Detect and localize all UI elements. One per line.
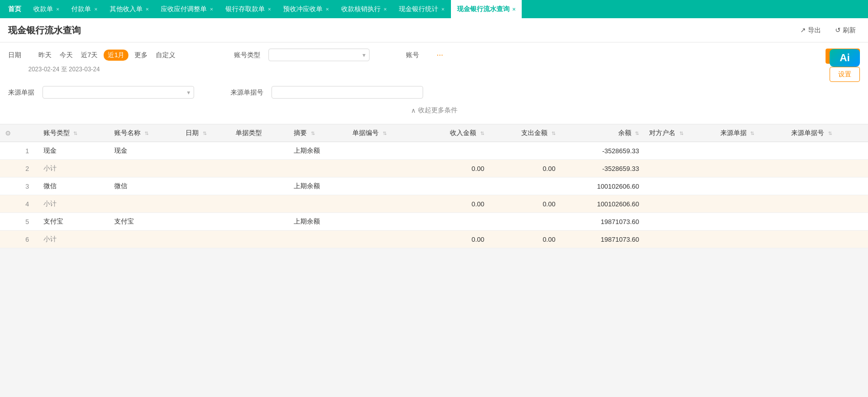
row-account-type: 现金 — [38, 142, 110, 160]
filter-row-1: 日期 昨天 今天 近7天 近1月 更多 自定义 账号类型 账号 — [8, 49, 445, 61]
nav-close-icon[interactable]: × — [513, 6, 516, 12]
sort-icon[interactable]: ⇅ — [383, 130, 387, 136]
row-account-name — [109, 195, 180, 213]
table-row: 4 小计 0.00 0.00 100102606.60 — [0, 195, 868, 213]
sort-icon[interactable]: ⇅ — [552, 130, 556, 136]
account-type-label: 账号类型 — [234, 51, 260, 60]
nav-other-income[interactable]: 其他收入单 × — [104, 0, 155, 18]
row-expense — [489, 178, 561, 195]
nav-cash-bank-stats[interactable]: 现金银行统计 × — [393, 0, 450, 18]
row-income — [418, 213, 489, 231]
refresh-button[interactable]: ↺ 刷新 — [831, 24, 860, 37]
row-account-type: 微信 — [38, 178, 110, 195]
nav-close-icon[interactable]: × — [56, 6, 59, 12]
gear-icon[interactable]: ⚙ — [5, 129, 11, 137]
row-source-doc — [715, 142, 787, 160]
row-doc-no — [347, 195, 419, 213]
nav-label: 现金银行统计 — [399, 5, 438, 14]
nav-close-icon[interactable]: × — [146, 6, 149, 12]
nav-close-icon[interactable]: × — [94, 6, 97, 12]
row-account-type: 小计 — [38, 195, 110, 213]
date-btn-yesterday[interactable]: 昨天 — [36, 50, 54, 61]
date-btn-1month[interactable]: 近1月 — [104, 50, 128, 61]
account-no-dots[interactable]: ··· — [434, 51, 445, 60]
nav-prepay-offset[interactable]: 预收冲应收单 × — [277, 0, 335, 18]
collapse-label: 收起更多条件 — [418, 106, 458, 115]
th-account-name: 账号名称 ⇅ — [109, 124, 180, 142]
nav-close-icon[interactable]: × — [441, 6, 444, 12]
nav-home[interactable]: 首页 — [2, 0, 27, 18]
row-balance: -3528659.33 — [561, 142, 645, 160]
row-source-doc-no — [786, 213, 868, 231]
row-expense: 0.00 — [489, 160, 561, 178]
date-btn-7days[interactable]: 近7天 — [79, 50, 100, 61]
row-income — [418, 142, 489, 160]
sort-icon[interactable]: ⇅ — [635, 130, 639, 136]
sort-icon[interactable]: ⇅ — [145, 130, 149, 136]
row-source-doc — [715, 160, 787, 178]
row-num: 3 — [16, 178, 38, 195]
row-expense — [489, 142, 561, 160]
settings-button[interactable]: 设置 — [830, 67, 860, 82]
th-num — [16, 124, 38, 142]
row-account-type: 小计 — [38, 231, 110, 248]
th-summary: 摘要 ⇅ — [289, 124, 347, 142]
nav-home-label: 首页 — [8, 5, 21, 14]
row-expense — [489, 213, 561, 231]
nav-receipt[interactable]: 收款单 × — [27, 0, 65, 18]
nav-receipt-verify[interactable]: 收款核销执行 × — [335, 0, 393, 18]
date-range-display: 2023-02-24 至 2023-03-24 — [28, 65, 445, 74]
nav-close-icon[interactable]: × — [326, 6, 329, 12]
account-type-select[interactable] — [268, 49, 370, 61]
data-table: ⚙ 账号类型 ⇅ 账号名称 ⇅ 日期 ⇅ 单据类型 — [0, 124, 868, 248]
nav-ar-ap-adjust[interactable]: 应收应付调整单 × — [155, 0, 219, 18]
sort-icon[interactable]: ⇅ — [679, 130, 683, 136]
nav-label: 收款单 — [33, 5, 53, 14]
date-btn-today[interactable]: 今天 — [58, 50, 75, 61]
table-body: 1 现金 现金 上期余额 -3528659.33 2 小计 0.00 0.00 … — [0, 142, 868, 248]
nav-close-icon[interactable]: × — [268, 6, 271, 12]
date-btn-more[interactable]: 更多 — [132, 50, 150, 61]
th-doc-type: 单据类型 — [231, 124, 289, 142]
collapse-bar[interactable]: ∧ 收起更多条件 — [8, 103, 860, 118]
sort-icon[interactable]: ⇅ — [203, 130, 207, 136]
source-doc-select[interactable] — [42, 86, 194, 99]
table-row: 1 现金 现金 上期余额 -3528659.33 — [0, 142, 868, 160]
row-doc-no — [347, 213, 419, 231]
row-account-type: 支付宝 — [38, 213, 110, 231]
date-btn-custom[interactable]: 自定义 — [154, 50, 177, 61]
nav-bank-deposit[interactable]: 银行存取款单 × — [219, 0, 277, 18]
nav-label: 现金银行流水查询 — [457, 5, 510, 14]
row-gear-cell — [0, 213, 16, 231]
export-button[interactable]: ↗ 导出 — [796, 24, 825, 37]
ai-badge[interactable]: Ai — [830, 49, 860, 67]
sort-icon[interactable]: ⇅ — [750, 130, 754, 136]
row-source-doc-no — [786, 160, 868, 178]
row-account-name: 支付宝 — [109, 213, 180, 231]
row-source-doc-no — [786, 231, 868, 248]
row-source-doc-no — [786, 178, 868, 195]
collapse-icon: ∧ — [411, 107, 416, 114]
nav-close-icon[interactable]: × — [210, 6, 213, 12]
source-doc-no-input[interactable] — [271, 86, 423, 99]
table-header-row: ⚙ 账号类型 ⇅ 账号名称 ⇅ 日期 ⇅ 单据类型 — [0, 124, 868, 142]
row-summary — [289, 195, 347, 213]
table-row: 5 支付宝 支付宝 上期余额 19871073.60 — [0, 213, 868, 231]
row-balance: 100102606.60 — [561, 195, 645, 213]
sort-icon[interactable]: ⇅ — [828, 130, 832, 136]
th-date: 日期 ⇅ — [180, 124, 231, 142]
nav-cash-bank-flow[interactable]: 现金银行流水查询 × — [451, 0, 522, 18]
sort-icon[interactable]: ⇅ — [73, 130, 77, 136]
row-source-doc-no — [786, 195, 868, 213]
nav-close-icon[interactable]: × — [384, 6, 387, 12]
sort-icon[interactable]: ⇅ — [480, 130, 484, 136]
row-counterparty — [644, 142, 715, 160]
sort-icon[interactable]: ⇅ — [311, 130, 315, 136]
source-doc-no-label: 来源单据号 — [231, 88, 263, 97]
row-income: 0.00 — [418, 231, 489, 248]
row-date — [180, 160, 231, 178]
nav-payment[interactable]: 付款单 × — [65, 0, 103, 18]
row-expense: 0.00 — [489, 231, 561, 248]
th-income: 收入金额 ⇅ — [418, 124, 489, 142]
row-doc-no — [347, 142, 419, 160]
